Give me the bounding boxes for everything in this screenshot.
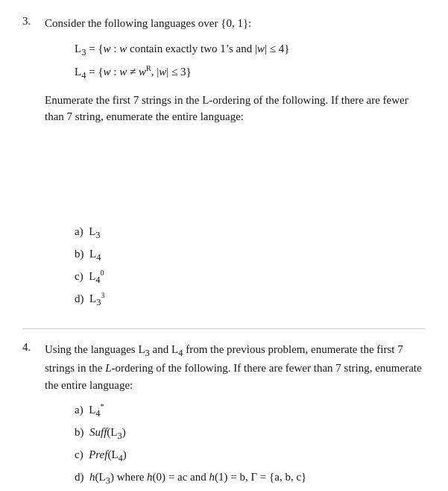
- part-4a: a) L4*: [75, 401, 426, 421]
- part-4c: c) Pref(L4): [75, 445, 426, 466]
- problem-3-answer-space: [45, 133, 426, 222]
- part-3b: b) L4: [75, 245, 426, 265]
- problem-3-number: 3.: [22, 15, 45, 28]
- problem-3-parts: a) L3 b) L4 c) L40 d) L33: [75, 222, 426, 310]
- language-def-l3: L3 = {w : w contain exactly two 1’s and …: [75, 40, 426, 60]
- problem-3-enumerate: Enumerate the first 7 strings in the L-o…: [45, 92, 426, 125]
- part-4d: d) h(L3) where h(0) = ac and h(1) = b, Γ…: [75, 468, 426, 488]
- part-3c: c) L40: [75, 267, 426, 287]
- problem-4: 4. Using the languages L3 and L4 from th…: [22, 341, 426, 491]
- problem-3-intro: Consider the following languages over {0…: [45, 15, 426, 32]
- part-3d: d) L33: [75, 290, 426, 310]
- problem-4-intro: Using the languages L3 and L4 from the p…: [45, 341, 426, 394]
- language-def-l4: L4 = {w : w ≠ wR, |w| ≤ 3}: [75, 63, 426, 83]
- part-4b: b) Suff(L3): [75, 423, 426, 443]
- problem-3: 3. Consider the following languages over…: [22, 15, 426, 312]
- part-3a: a) L3: [75, 222, 426, 243]
- section-divider: [22, 328, 426, 329]
- problem-4-parts: a) L4* b) Suff(L3) c) Pref(L4) d) h(L3) …: [75, 401, 426, 488]
- problem-4-number: 4.: [22, 341, 45, 354]
